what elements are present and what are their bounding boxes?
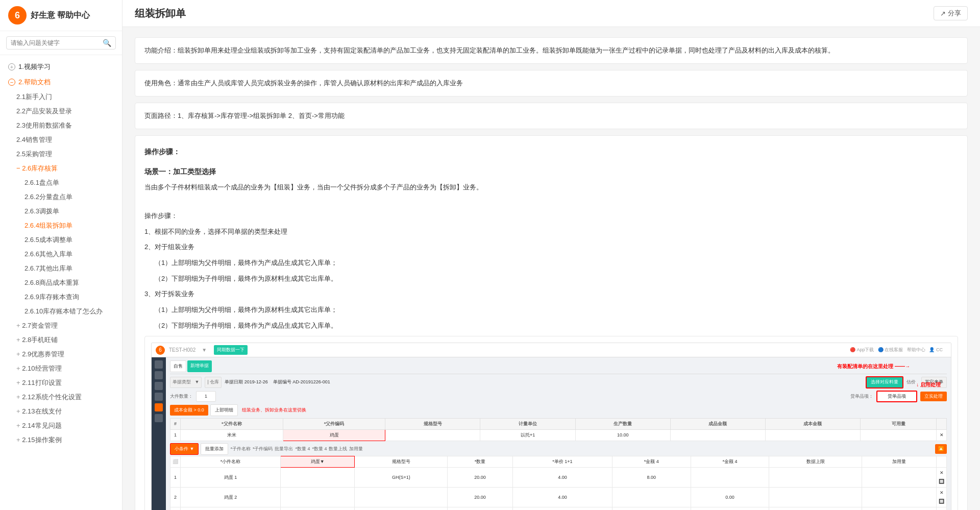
search-area: 🔍 xyxy=(0,31,122,55)
sidebar-item-s27[interactable]: + 2.7资金管理 xyxy=(16,319,122,333)
step-2: 2、对于组装业务 xyxy=(144,241,958,254)
feature-intro-block: 功能介绍：组装拆卸单用来处理企业组装或拆卸等加工业务，支持有固定装配清单的产品加… xyxy=(135,37,968,64)
sidebar-item-s21[interactable]: 2.1新手入门 xyxy=(16,90,122,104)
sidebar-label-s2: 2.帮助文档 xyxy=(18,78,51,87)
mock-logo: 6 xyxy=(156,346,165,355)
expand-icon-s26: − xyxy=(16,164,20,172)
sidebar-sub-s26: 2.6.1盘点单 2.6.2分量盘点单 2.6.3调拨单 2.6.4组装拆卸单 … xyxy=(16,176,122,319)
scene1-title: 场景一：加工类型选择 xyxy=(144,165,958,179)
sidebar-item-s213[interactable]: + 2.13在线支付 xyxy=(16,404,122,419)
mock-topbar: 6 TEST-H002 ▼ 同期数据一下 🔴 App下载 🔵 在线客服 帮助中心… xyxy=(152,343,951,357)
search-box: 🔍 xyxy=(6,36,116,50)
sidebar-item-s265[interactable]: 2.6.5成本调整单 xyxy=(24,233,122,247)
steps-title: 操作步骤： xyxy=(144,145,958,159)
share-label: 分享 xyxy=(948,9,961,18)
sidebar-item-s28[interactable]: + 2.8手机旺铺 xyxy=(16,333,122,347)
page-title: 组装拆卸单 xyxy=(135,7,186,20)
feature-text: 功能介绍：组装拆卸单用来处理企业组装或拆卸等加工业务，支持有固定装配清单的产品加… xyxy=(144,46,835,54)
step-2-2: （2）下部明细为子件明细，最终作为原材料生成其它出库单。 xyxy=(144,273,958,285)
sidebar-item-s2610[interactable]: 2.6.10库存账本错了怎么办 xyxy=(24,304,122,319)
search-icon[interactable]: 🔍 xyxy=(103,39,111,47)
sidebar-item-s263[interactable]: 2.6.3调拨单 xyxy=(24,204,122,218)
sidebar-sub-s2: 2.1新手入门 2.2产品安装及登录 2.3使用前数据准备 2.4销售管理 2.… xyxy=(0,90,122,447)
sidebar-item-s262[interactable]: 2.6.2分量盘点单 xyxy=(24,190,122,204)
path-text: 页面路径：1、库存核算->库存管理->组装拆卸单 2、首页->常用功能 xyxy=(144,112,345,119)
search-input[interactable] xyxy=(11,39,103,46)
expand-icon-s2: − xyxy=(8,79,15,86)
logo-icon: 6 xyxy=(8,6,27,25)
nav-list: + 1.视频学习 − 2.帮助文档 2.1新手入门 2.2产品安装及登录 2.3… xyxy=(0,55,122,510)
steps-label: 操作步骤： xyxy=(144,210,958,223)
sidebar-label-s1: 1.视频学习 xyxy=(18,62,51,71)
sidebar-item-s29[interactable]: + 2.9优惠券管理 xyxy=(16,347,122,361)
sidebar-item-s23[interactable]: 2.3使用前数据准备 xyxy=(16,118,122,133)
role-text: 使用角色：通常由生产人员或库管人员完成拆装业务的操作，库管人员确认原材料的出库和… xyxy=(144,79,463,87)
app-name: 好生意 帮助中心 xyxy=(31,10,90,21)
sidebar-item-s26[interactable]: − 2.6库存核算 xyxy=(16,161,122,176)
sidebar-item-s264[interactable]: 2.6.4组装拆卸单 xyxy=(24,218,122,233)
sidebar-item-s214[interactable]: + 2.14常见问题 xyxy=(16,419,122,433)
sidebar-item-s210[interactable]: + 2.10经营管理 xyxy=(16,361,122,376)
screenshot-block: 6 TEST-H002 ▼ 同期数据一下 🔴 App下载 🔵 在线客服 帮助中心… xyxy=(144,336,958,510)
screenshot-image: 6 TEST-H002 ▼ 同期数据一下 🔴 App下载 🔵 在线客服 帮助中心… xyxy=(151,343,951,510)
step-2-1: （1）上部明细为父件明细，最终作为产成品生成其它入库单； xyxy=(144,257,958,270)
sidebar-item-s2[interactable]: − 2.帮助文档 xyxy=(0,75,122,90)
sidebar-item-s215[interactable]: + 2.15操作案例 xyxy=(16,433,122,447)
path-intro-block: 页面路径：1、库存核算->库存管理->组装拆卸单 2、首页->常用功能 xyxy=(135,103,968,129)
sidebar-item-s261[interactable]: 2.6.1盘点单 xyxy=(24,176,122,190)
expand-icon-s1: + xyxy=(8,63,15,70)
share-button[interactable]: ↗ 分享 xyxy=(934,6,968,20)
sidebar-item-s269[interactable]: 2.6.9库存账本查询 xyxy=(24,290,122,304)
sidebar-item-s268[interactable]: 2.6.8商品成本重算 xyxy=(24,276,122,290)
step-3-1: （1）上部明细为父件明细，最终作为原材料生成其它出库单； xyxy=(144,304,958,317)
sidebar: 6 好生意 帮助中心 🔍 + 1.视频学习 − 2.帮助文档 2.1新手入门 2… xyxy=(0,0,122,510)
steps-block: 操作步骤： 场景一：加工类型选择 当由多个子件材料组装成一个成品的业务为【组装】… xyxy=(135,135,968,510)
main-content: 组装拆卸单 ↗ 分享 功能介绍：组装拆卸单用来处理企业组装或拆卸等加工业务，支持… xyxy=(122,0,980,510)
sidebar-item-s25[interactable]: 2.5采购管理 xyxy=(16,147,122,161)
sidebar-item-s211[interactable]: + 2.11打印设置 xyxy=(16,376,122,390)
logo-area: 6 好生意 帮助中心 xyxy=(0,0,122,31)
sidebar-item-s212[interactable]: + 2.12系统个性化设置 xyxy=(16,390,122,404)
role-intro-block: 使用角色：通常由生产人员或库管人员完成拆装业务的操作，库管人员确认原材料的出库和… xyxy=(135,70,968,96)
content-area: 功能介绍：组装拆卸单用来处理企业组装或拆卸等加工业务，支持有固定装配清单的产品加… xyxy=(122,27,980,510)
scene1-desc: 当由多个子件材料组装成一个成品的业务为【组装】业务，当由一个父件拆分成多个子产品… xyxy=(144,181,958,194)
sidebar-item-s22[interactable]: 2.2产品安装及登录 xyxy=(16,104,122,118)
step-3-2: （2）下部明细为子件明细，最终作为产成品生成其它入库单。 xyxy=(144,320,958,332)
sidebar-item-s267[interactable]: 2.6.7其他出库单 xyxy=(24,261,122,276)
annotation-1: 有装配清单的在这里处理 ——→ xyxy=(837,361,910,371)
top-bar: 组装拆卸单 ↗ 分享 xyxy=(122,0,980,27)
sidebar-item-s266[interactable]: 2.6.6其他入库单 xyxy=(24,247,122,261)
step-1: 1、根据不同的业务，选择不同单据的类型来处理 xyxy=(144,226,958,238)
sidebar-item-s1[interactable]: + 1.视频学习 xyxy=(0,59,122,75)
sidebar-item-s24[interactable]: 2.4销售管理 xyxy=(16,133,122,147)
share-icon: ↗ xyxy=(940,10,946,17)
step-3: 3、对于拆装业务 xyxy=(144,288,958,301)
annotation-4: ↓ 启用处理 xyxy=(916,380,941,390)
